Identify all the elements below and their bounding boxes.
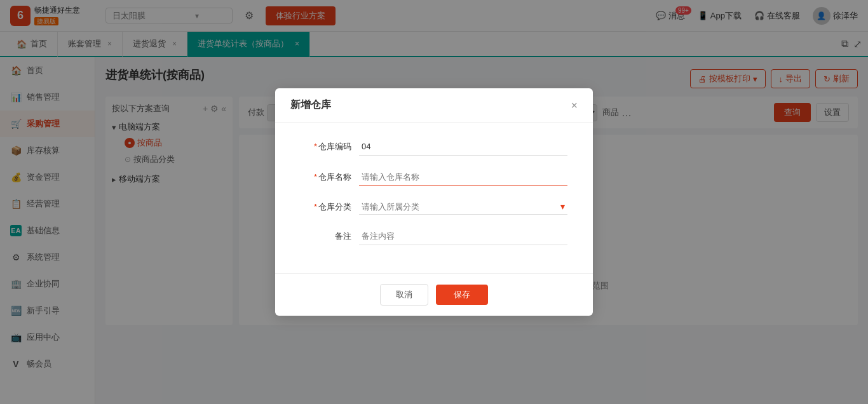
- note-input[interactable]: [359, 227, 567, 245]
- modal-body: 仓库编码 仓库名称 仓库分类 ▾ 备注: [275, 123, 593, 273]
- name-label: 仓库名称: [301, 172, 351, 183]
- category-label: 仓库分类: [301, 201, 351, 213]
- category-input[interactable]: [362, 202, 560, 212]
- category-select-wrapper[interactable]: ▾: [359, 199, 567, 215]
- modal-overlay[interactable]: 新增仓库 × 仓库编码 仓库名称 仓库分类 ▾: [0, 0, 868, 404]
- modal-title: 新增仓库: [290, 98, 331, 112]
- code-label: 仓库编码: [301, 141, 351, 152]
- modal-header: 新增仓库 ×: [275, 88, 593, 123]
- code-input[interactable]: [359, 138, 567, 156]
- modal-footer: 取消 保存: [275, 273, 593, 316]
- form-row-category: 仓库分类 ▾: [301, 199, 567, 215]
- form-row-note: 备注: [301, 227, 567, 245]
- save-button[interactable]: 保存: [436, 285, 488, 305]
- form-row-name: 仓库名称: [301, 168, 567, 186]
- modal-dialog: 新增仓库 × 仓库编码 仓库名称 仓库分类 ▾: [275, 88, 593, 316]
- form-row-code: 仓库编码: [301, 138, 567, 156]
- category-dropdown-icon: ▾: [560, 201, 565, 212]
- cancel-button[interactable]: 取消: [380, 284, 428, 306]
- name-input[interactable]: [359, 168, 567, 186]
- modal-close-button[interactable]: ×: [571, 100, 578, 111]
- note-label: 备注: [301, 231, 351, 242]
